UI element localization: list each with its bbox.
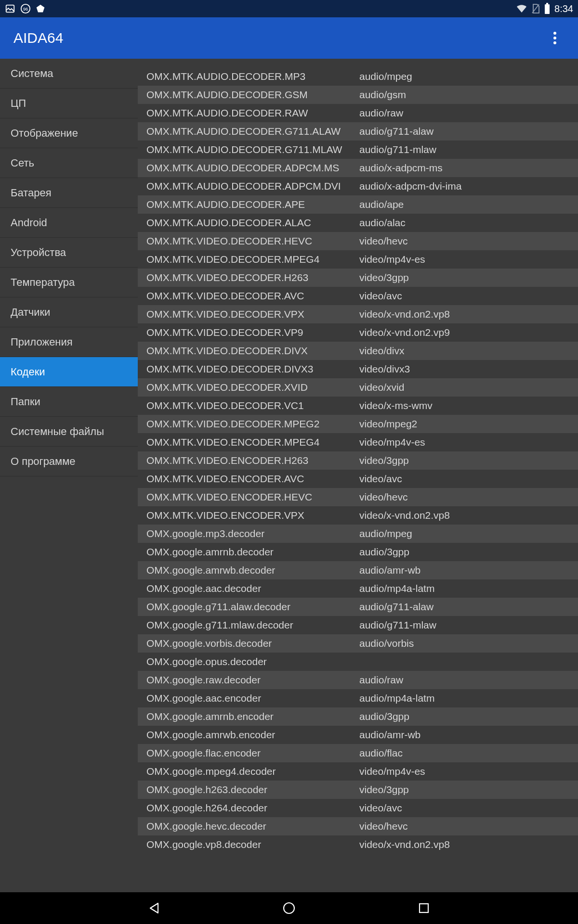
codec-type: video/hevc: [359, 821, 578, 832]
codec-type: audio/mp4a-latm: [359, 693, 578, 704]
table-row: OMX.MTK.AUDIO.DECODER.GSMaudio/gsm: [138, 86, 578, 104]
codec-name: OMX.MTK.AUDIO.DECODER.ADPCM.MS: [146, 162, 359, 174]
codec-name: OMX.google.g711.alaw.decoder: [146, 601, 359, 613]
table-row: OMX.google.aac.encoderaudio/mp4a-latm: [138, 689, 578, 707]
codec-type: video/3gpp: [359, 784, 578, 796]
codec-type: audio/x-adpcm-ms: [359, 162, 578, 174]
sidebar-item[interactable]: Сеть: [0, 148, 138, 178]
sidebar: СистемаЦПОтображениеСетьБатареяAndroidУс…: [0, 59, 138, 892]
screen: 96 8:34 AIDA64 Сист: [0, 0, 578, 924]
sidebar-item-label: Системные файлы: [11, 425, 104, 438]
sidebar-item-label: Температура: [11, 276, 75, 289]
back-triangle-icon: [147, 901, 161, 915]
badge-96-icon: 96: [20, 3, 31, 14]
codec-name: OMX.MTK.VIDEO.DECODER.MPEG2: [146, 418, 359, 430]
sidebar-item[interactable]: Папки: [0, 387, 138, 417]
table-row: OMX.MTK.AUDIO.DECODER.ADPCM.DVIaudio/x-a…: [138, 177, 578, 195]
codec-type: video/divx3: [359, 363, 578, 375]
codec-type: audio/raw: [359, 674, 578, 686]
codec-name: OMX.MTK.AUDIO.DECODER.ALAC: [146, 217, 359, 229]
codec-type: audio/raw: [359, 107, 578, 119]
sidebar-item-label: Батарея: [11, 187, 52, 199]
table-row: OMX.MTK.VIDEO.DECODER.HEVCvideo/hevc: [138, 232, 578, 250]
status-bar: 96 8:34: [0, 0, 578, 17]
codec-name: OMX.google.aac.decoder: [146, 582, 359, 595]
sidebar-item-label: Приложения: [11, 336, 73, 348]
codec-type: audio/ape: [359, 199, 578, 210]
codec-type: video/x-vnd.on2.vp8: [359, 308, 578, 320]
table-row: OMX.google.aac.decoderaudio/mp4a-latm: [138, 579, 578, 598]
codec-type: audio/amr-wb: [359, 729, 578, 741]
table-row: OMX.MTK.AUDIO.DECODER.ADPCM.MSaudio/x-ad…: [138, 159, 578, 177]
nav-recents-button[interactable]: [414, 898, 434, 918]
table-row: OMX.MTK.VIDEO.DECODER.VPXvideo/x-vnd.on2…: [138, 305, 578, 323]
codec-name: OMX.google.vorbis.decoder: [146, 637, 359, 650]
table-row: OMX.MTK.AUDIO.DECODER.MP3audio/mpeg: [138, 67, 578, 86]
codec-type: audio/vorbis: [359, 638, 578, 649]
svg-point-9: [284, 903, 294, 913]
table-row: OMX.MTK.VIDEO.ENCODER.AVCvideo/avc: [138, 470, 578, 488]
sidebar-item[interactable]: Приложения: [0, 327, 138, 357]
codec-type: video/hevc: [359, 491, 578, 503]
codec-type: audio/x-adpcm-dvi-ima: [359, 180, 578, 192]
overflow-menu-button[interactable]: [545, 28, 565, 48]
table-row: OMX.google.g711.alaw.decoderaudio/g711-a…: [138, 598, 578, 616]
codec-name: OMX.google.aac.encoder: [146, 692, 359, 705]
sidebar-item[interactable]: Датчики: [0, 297, 138, 327]
codec-name: OMX.MTK.VIDEO.DECODER.H263: [146, 271, 359, 284]
table-row: OMX.MTK.VIDEO.DECODER.VP9video/x-vnd.on2…: [138, 323, 578, 342]
codec-type: video/avc: [359, 802, 578, 814]
sidebar-item[interactable]: Отображение: [0, 118, 138, 148]
table-row: OMX.google.amrwb.decoderaudio/amr-wb: [138, 561, 578, 579]
table-row: OMX.google.amrnb.encoderaudio/3gpp: [138, 707, 578, 726]
content[interactable]: OMX.MTK.AUDIO.DECODER.MP3audio/mpegOMX.M…: [138, 59, 578, 892]
codec-name: OMX.MTK.VIDEO.DECODER.VC1: [146, 399, 359, 412]
svg-point-8: [553, 41, 556, 44]
codec-type: audio/mp4a-latm: [359, 583, 578, 594]
codec-name: OMX.google.amrnb.decoder: [146, 546, 359, 558]
pentagon-icon: [36, 4, 45, 13]
sidebar-item-label: Датчики: [11, 306, 50, 319]
codec-name: OMX.google.h264.decoder: [146, 802, 359, 814]
sidebar-item[interactable]: Системные файлы: [0, 417, 138, 447]
wifi-icon: [516, 4, 527, 13]
codec-type: video/hevc: [359, 235, 578, 247]
sidebar-item[interactable]: Батарея: [0, 178, 138, 208]
sidebar-item[interactable]: Система: [0, 59, 138, 89]
svg-text:96: 96: [23, 7, 28, 12]
codec-type: audio/g711-mlaw: [359, 619, 578, 631]
table-row: OMX.MTK.VIDEO.DECODER.VC1video/x-ms-wmv: [138, 397, 578, 415]
codec-type: video/avc: [359, 290, 578, 302]
sidebar-item[interactable]: О программе: [0, 447, 138, 476]
codec-type: video/x-vnd.on2.vp8: [359, 839, 578, 850]
table-row: OMX.google.raw.decoderaudio/raw: [138, 671, 578, 689]
sidebar-item[interactable]: ЦП: [0, 89, 138, 118]
codec-name: OMX.MTK.VIDEO.ENCODER.AVC: [146, 473, 359, 485]
codec-type: video/x-ms-wmv: [359, 400, 578, 411]
codec-name: OMX.MTK.VIDEO.DECODER.AVC: [146, 290, 359, 302]
sidebar-item-label: Папки: [11, 396, 40, 408]
codec-name: OMX.google.flac.encoder: [146, 747, 359, 759]
table-row: OMX.MTK.VIDEO.ENCODER.H263video/3gpp: [138, 451, 578, 470]
nav-back-button[interactable]: [144, 898, 164, 918]
svg-rect-5: [546, 3, 548, 4]
codec-type: audio/alac: [359, 217, 578, 229]
codecs-table: OMX.MTK.AUDIO.DECODER.MP3audio/mpegOMX.M…: [138, 67, 578, 854]
nav-home-button[interactable]: [279, 898, 299, 918]
table-row: OMX.MTK.VIDEO.ENCODER.HEVCvideo/hevc: [138, 488, 578, 506]
table-row: OMX.google.h264.decodervideo/avc: [138, 799, 578, 817]
svg-point-7: [553, 37, 556, 39]
sidebar-item[interactable]: Android: [0, 208, 138, 238]
table-row: OMX.MTK.VIDEO.DECODER.DIVX3video/divx3: [138, 360, 578, 378]
table-row: OMX.google.mpeg4.decodervideo/mp4v-es: [138, 762, 578, 781]
codec-name: OMX.google.amrnb.encoder: [146, 710, 359, 723]
svg-rect-10: [420, 904, 428, 912]
codec-type: video/xvid: [359, 382, 578, 393]
app-title: AIDA64: [13, 30, 63, 46]
codec-name: OMX.MTK.VIDEO.DECODER.VPX: [146, 308, 359, 321]
codec-type: video/divx: [359, 345, 578, 357]
sidebar-item[interactable]: Температура: [0, 268, 138, 297]
sidebar-item[interactable]: Кодеки: [0, 357, 138, 387]
codec-name: OMX.google.h263.decoder: [146, 783, 359, 796]
sidebar-item[interactable]: Устройства: [0, 238, 138, 268]
